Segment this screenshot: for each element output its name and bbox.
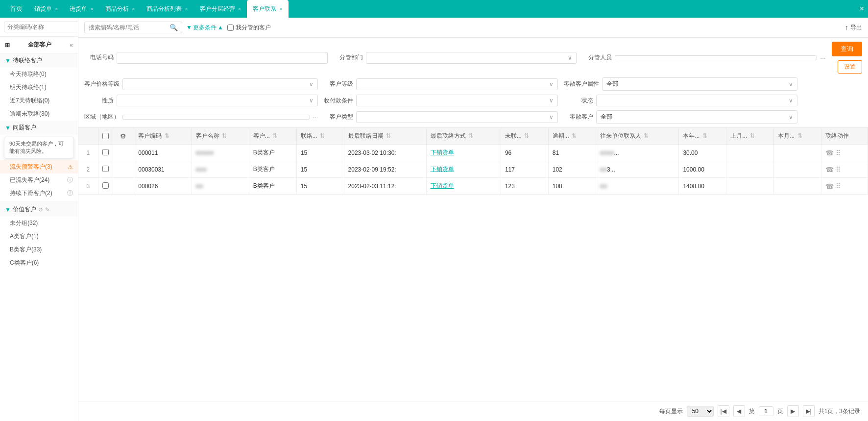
collapse-icon[interactable]: « <box>70 42 73 49</box>
edit-icon[interactable]: ✎ <box>45 206 50 213</box>
contact-icon[interactable]: ☎ <box>825 166 834 173</box>
close-icon[interactable]: × <box>132 6 135 12</box>
sidebar-item-tomorrow[interactable]: 明天待联络(1) <box>0 81 78 94</box>
th-type[interactable]: 客户... ⇅ <box>249 128 296 145</box>
more-actions-icon[interactable]: ⠿ <box>836 182 841 190</box>
filter-price-level-select[interactable]: ∨ <box>122 78 318 90</box>
search-button[interactable]: 🔍 <box>169 24 178 31</box>
th-uncontacted[interactable]: 未联... ⇅ <box>501 128 548 145</box>
close-all-button[interactable]: × <box>860 4 864 13</box>
filter-nature-select[interactable]: ∨ <box>117 95 318 106</box>
th-last-method[interactable]: 最后联络方式 ⇅ <box>426 128 501 145</box>
sidebar-item-declining[interactable]: 持续下滑客户(2) ⓘ <box>0 187 78 200</box>
sidebar-item-churned[interactable]: 已流失客户(24) ⓘ <box>0 173 78 187</box>
row-actions: ☎ ⠿ <box>821 178 868 195</box>
row-checkbox[interactable] <box>102 182 109 189</box>
row-last-method[interactable]: 下销货单 <box>426 178 501 195</box>
contact-icon[interactable]: ☎ <box>825 182 834 190</box>
sidebar-item-today[interactable]: 今天待联络(0) <box>0 68 78 81</box>
filter-manager-select[interactable] <box>615 55 817 60</box>
nav-tab-khfc[interactable]: 客户分层经营 × <box>194 0 247 18</box>
contact-icon[interactable]: ☎ <box>825 149 834 157</box>
top-nav: 首页 销货单 × 进货单 × 商品分析 × 商品分析列表 × 客户分层经营 × … <box>0 0 868 18</box>
page-input[interactable] <box>759 406 773 416</box>
filter-status-select[interactable]: ∨ <box>596 95 797 106</box>
search-input[interactable] <box>89 24 168 31</box>
filter-scatter-select[interactable]: 全部 ∨ <box>596 110 797 124</box>
th-unit-contact[interactable]: 往来单位联系人 ⇅ <box>596 128 679 145</box>
group-problem-label: 问题客户 <box>13 124 36 132</box>
select-all-checkbox[interactable] <box>102 133 109 139</box>
filter-customer-type-select[interactable]: ∨ <box>356 111 557 123</box>
row-check[interactable] <box>98 145 113 161</box>
last-page-button[interactable]: ▶| <box>803 405 815 417</box>
nav-tab-shangpin[interactable]: 商品分析 × <box>99 0 141 18</box>
per-page-select[interactable]: 50 20 100 <box>687 406 714 417</box>
th-overdue[interactable]: 逾期... ⇅ <box>548 128 596 145</box>
more-actions-icon[interactable]: ⠿ <box>836 149 841 157</box>
th-this-month[interactable]: 本月... ⇅ <box>774 128 821 145</box>
th-this-year[interactable]: 本年... ⇅ <box>679 128 726 145</box>
group-problem-header[interactable]: ▼ 问题客户 <box>0 121 78 135</box>
close-icon[interactable]: × <box>238 6 241 12</box>
nav-home[interactable]: 首页 <box>4 4 28 13</box>
row-checkbox[interactable] <box>102 166 109 172</box>
row-checkbox[interactable] <box>102 149 109 155</box>
th-contact[interactable]: 联络... ⇅ <box>296 128 344 145</box>
my-customers-checkbox[interactable]: 我分管的客户 <box>227 24 271 32</box>
filter-price-level: 客户价格等级 ∨ <box>84 78 318 90</box>
nav-tab-jinhuo[interactable]: 进货单 × <box>64 0 99 18</box>
next-page-button[interactable]: ▶ <box>787 405 799 417</box>
settings-button[interactable]: 设置 <box>838 60 862 74</box>
filter-payment-select[interactable]: ∨ <box>356 95 557 106</box>
close-icon[interactable]: × <box>279 6 282 12</box>
th-last-month[interactable]: 上月... ⇅ <box>726 128 774 145</box>
th-last-date[interactable]: 最后联络日期 ⇅ <box>344 128 426 145</box>
row-name: ■■■ <box>192 161 249 178</box>
more-actions-icon[interactable]: ⠿ <box>836 166 841 173</box>
group-value-header[interactable]: ▼ 价值客户 ↺ ✎ <box>0 202 78 217</box>
filter-dots-icon[interactable]: ··· <box>820 54 826 62</box>
filter-region-dots[interactable]: ··· <box>313 113 318 121</box>
export-button[interactable]: ↑ 导出 <box>845 24 862 32</box>
sidebar-item-class-c[interactable]: C类客户(6) <box>0 256 78 270</box>
sidebar-item-class-b[interactable]: B类客户(33) <box>0 243 78 256</box>
nav-tab-shangpin-list[interactable]: 商品分析列表 × <box>141 0 193 18</box>
my-customers-check[interactable] <box>227 25 234 31</box>
group-pending-label: 待联络客户 <box>13 56 42 65</box>
filter-phone-input[interactable] <box>117 52 328 64</box>
row-last-method[interactable]: 下销货单 <box>426 145 501 161</box>
filter-customer-level-select[interactable]: ∨ <box>356 78 557 90</box>
more-conditions-button[interactable]: ▼ 更多条件 ▲ <box>186 24 223 32</box>
filter-region-select[interactable] <box>122 115 310 120</box>
sidebar-item-ungroup[interactable]: 未分组(32) <box>0 217 78 230</box>
sidebar-item-7days[interactable]: 近7天待联络(0) <box>0 94 78 107</box>
filter-scatter-attr-select[interactable]: 全部 ∨ <box>602 77 797 91</box>
gear-button[interactable]: ⚙ <box>117 132 130 140</box>
nav-tab-xiaohuo[interactable]: 销货单 × <box>28 0 64 18</box>
query-button[interactable]: 查询 <box>832 42 862 56</box>
row-check[interactable] <box>98 161 113 178</box>
th-code[interactable]: 客户编码 ⇅ <box>134 128 192 145</box>
all-customers-item[interactable]: ⊞ 全部客户 « <box>0 37 78 53</box>
row-check[interactable] <box>98 178 113 195</box>
close-icon[interactable]: × <box>55 6 58 12</box>
page-end-label: 页 <box>777 407 783 416</box>
group-pending-header[interactable]: ▼ 待联络客户 <box>0 53 78 68</box>
group-value-label: 价值客户 <box>13 205 36 214</box>
sidebar-item-overdue[interactable]: 逾期未联络(30) <box>0 107 78 121</box>
sort-icon: ⇅ <box>644 132 649 139</box>
nav-tab-khlx[interactable]: 客户联系 × <box>247 0 288 18</box>
sidebar-item-class-a[interactable]: A类客户(1) <box>0 230 78 243</box>
refresh-icon[interactable]: ↺ <box>38 206 43 213</box>
close-icon[interactable]: × <box>185 6 188 12</box>
sort-icon: ⇅ <box>222 132 227 139</box>
prev-page-button[interactable]: ◀ <box>733 405 745 417</box>
th-name[interactable]: 客户名称 ⇅ <box>192 128 249 145</box>
filter-dept-select[interactable]: ∨ <box>366 52 577 64</box>
first-page-button[interactable]: |◀ <box>718 405 729 417</box>
sidebar-item-churn-warning[interactable]: 流失预警客户(3) ⚠ <box>0 160 78 173</box>
sidebar-search-input[interactable] <box>4 22 78 32</box>
close-icon[interactable]: × <box>90 6 93 12</box>
row-last-method[interactable]: 下销货单 <box>426 161 501 178</box>
